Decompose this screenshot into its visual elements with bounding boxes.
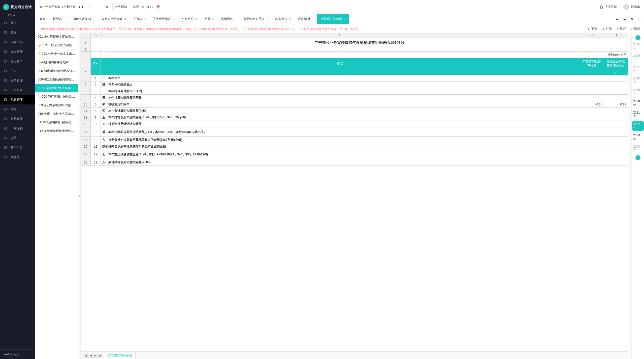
tab[interactable]: 个税申报× xyxy=(178,14,201,24)
cell-seq[interactable]: 9 xyxy=(91,127,101,136)
cell-value-c[interactable] xyxy=(580,121,604,127)
sheet-last[interactable]: ▶| xyxy=(98,353,103,358)
reset-button[interactable]: ↻重置 xyxy=(616,27,626,31)
nav-item[interactable]: ▢发票管理 xyxy=(0,76,35,85)
cell-value-c[interactable] xyxy=(580,108,604,114)
cell-seq[interactable]: 2 xyxy=(91,81,101,88)
cell-value-d[interactable] xyxy=(604,108,628,114)
tab-close-icon[interactable]: × xyxy=(195,17,197,21)
print-button[interactable]: 🖨打印 xyxy=(602,27,612,31)
fullscreen-button[interactable]: ⛶ xyxy=(637,16,642,22)
tab[interactable]: 税表清册× xyxy=(295,14,317,24)
year-item[interactable]: 2018年 xyxy=(632,76,644,86)
tab-close-icon[interactable]: × xyxy=(235,17,236,21)
period-value[interactable]: 2023-11 xyxy=(142,5,153,9)
tab[interactable]: 工资表× xyxy=(130,14,149,24)
cell-value-c[interactable] xyxy=(580,95,604,101)
cell-item[interactable]: 八、累计结转以后年度扣除额(7+8-9) xyxy=(101,159,580,165)
tab[interactable]: 固定资产明细账× xyxy=(98,14,130,24)
cell-seq[interactable]: 1 xyxy=(91,75,101,81)
year-scroll-up[interactable]: ⌃ xyxy=(635,35,640,40)
year-item[interactable]: 2022年 xyxy=(632,121,644,131)
vertical-scrollbar[interactable] xyxy=(628,33,631,359)
doc-item[interactable]: 005-纳税调整项目明细表(A1... xyxy=(35,67,78,75)
consult-button[interactable]: 🎧 人工咨询 xyxy=(600,5,617,9)
row-header[interactable]: 18 xyxy=(81,159,91,165)
nav-item[interactable]: ▢首页 xyxy=(0,18,35,28)
row-header[interactable]: 12 xyxy=(81,114,91,121)
cell-value-d[interactable] xyxy=(604,95,628,101)
nav-item[interactable]: ▢畅会员 xyxy=(0,152,35,162)
row-header[interactable]: 17 xyxy=(81,150,91,159)
sheet-tab[interactable]: 广宣费调整明细表 xyxy=(105,352,136,359)
account-dropdown[interactable]: ⌄ xyxy=(86,5,93,9)
row-header[interactable]: 9 xyxy=(81,95,91,101)
cell-value-d[interactable] xyxy=(604,137,628,143)
splitter[interactable]: ◀ xyxy=(78,33,81,359)
cell-value-c[interactable] xyxy=(580,159,604,165)
doc-item[interactable]: 011-研发费用加计扣除优惠... xyxy=(35,118,78,127)
doc-item[interactable]: 001-企业所得税年度纳税申... xyxy=(35,33,78,41)
cell-seq[interactable]: 4 xyxy=(91,95,101,101)
cell-seq[interactable]: 7 xyxy=(91,114,101,121)
refresh-button[interactable]: ⟳刷新 xyxy=(630,27,640,31)
cell-value-d[interactable] xyxy=(604,143,628,150)
nav-item[interactable]: ▢小畅报销 xyxy=(0,124,35,133)
tab[interactable]: 税务申报× xyxy=(272,14,295,24)
nav-item[interactable]: ▢工资 xyxy=(0,66,35,76)
col-header-b[interactable]: B xyxy=(101,33,580,38)
year-item[interactable]: 2021年 xyxy=(632,110,644,120)
calendar-icon[interactable]: 📅 xyxy=(156,5,160,9)
tab-close-icon[interactable]: × xyxy=(173,17,174,21)
cell-seq[interactable]: 3 xyxy=(91,88,101,94)
tab-close-icon[interactable]: × xyxy=(92,17,94,21)
cell-item[interactable]: 一、本年支出 xyxy=(101,75,580,81)
cell-value-d[interactable] xyxy=(604,81,628,88)
nav-item[interactable]: ▢固定资产 xyxy=(0,57,35,66)
nav-item[interactable]: ▢设置 xyxy=(0,133,35,143)
cell-seq[interactable]: 6 xyxy=(91,108,101,114)
row-header[interactable]: 15 xyxy=(81,137,91,143)
sheet-next[interactable]: ▶ xyxy=(93,353,98,358)
cell-item[interactable]: 五、本年结转以后年度扣除额(3＞6，本行=3-6；3≤6，本行=0) xyxy=(101,114,580,121)
nav-item[interactable]: ▢新手引导 xyxy=(0,143,35,152)
row-header[interactable]: 8 xyxy=(81,88,91,94)
cell-item[interactable]: 按照分摊协议从其他关联方归集至本企业的金额 xyxy=(101,143,580,150)
cell-item[interactable]: 六、按照分摊协议归集至其他关联方的金额(10≤3与6孰小值) xyxy=(101,137,580,143)
cell-value-c[interactable] xyxy=(580,143,604,150)
row-header[interactable]: 2 xyxy=(81,48,91,51)
sheet-prev[interactable]: ◀ xyxy=(88,353,93,358)
doc-item[interactable]: 006-职工薪酬纳税调整明细... xyxy=(35,75,78,84)
doc-item[interactable]: 010-免税、减计收入及加计... xyxy=(35,110,78,118)
tab-close-icon[interactable]: × xyxy=(144,17,146,21)
doc-item[interactable]: ?003-一般企业成本支出明细... xyxy=(35,50,78,58)
row-header[interactable]: 14 xyxy=(81,127,91,136)
nav-item[interactable]: ▢税务管理 xyxy=(0,95,35,104)
row-header[interactable]: 10 xyxy=(81,101,91,107)
cell-seq[interactable]: 12 xyxy=(91,150,101,159)
col-header-d[interactable]: D xyxy=(604,33,628,38)
doc-item[interactable]: 007-广告费和业务宣传费跨... xyxy=(35,84,78,93)
cell-item[interactable]: 乘：税收规定扣除率 xyxy=(101,101,580,107)
nav-footer-pin[interactable]: ◀▶ 取消固定 xyxy=(0,349,35,359)
cell-value-c[interactable] xyxy=(580,75,604,81)
cell-seq[interactable]: 5 xyxy=(91,101,101,107)
cell-item[interactable]: 三、本年计算扣除限额的基数 xyxy=(101,95,580,101)
col-header-a[interactable]: A xyxy=(91,33,101,38)
tab[interactable]: 旧计表× xyxy=(50,14,69,24)
tab[interactable]: 工资统计报表× xyxy=(149,14,178,24)
row-header[interactable]: 1 xyxy=(81,38,91,48)
tab-close-icon[interactable]: × xyxy=(312,17,313,21)
row-header[interactable]: 4 xyxy=(81,58,91,69)
tab-scroll-right[interactable]: ▶ xyxy=(622,16,627,22)
nav-item[interactable]: ▢报表中心 xyxy=(0,37,35,47)
tab-close-all[interactable]: ✕ xyxy=(629,16,635,22)
tab[interactable]: 所得税汇算清缴× xyxy=(317,14,349,24)
cell-item[interactable]: 二、本年符合条件的支出(1-2) xyxy=(101,88,580,94)
row-header[interactable]: 13 xyxy=(81,121,91,127)
cell-value-d[interactable] xyxy=(604,150,628,159)
cell-seq[interactable]: 10 xyxy=(91,137,101,143)
tab-close-icon[interactable]: × xyxy=(266,17,268,21)
tab-close-icon[interactable]: × xyxy=(212,17,214,21)
cell-value-c[interactable] xyxy=(580,137,604,143)
